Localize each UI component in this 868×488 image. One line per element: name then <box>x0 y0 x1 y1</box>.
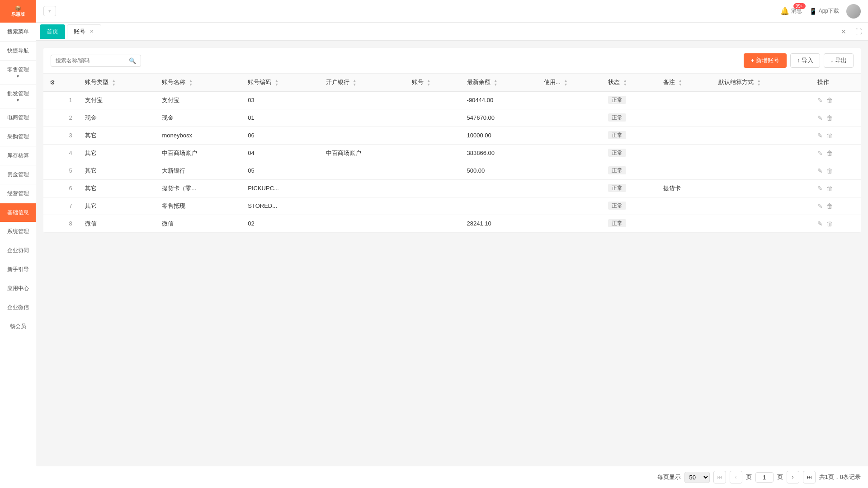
page-first-button[interactable]: ⏮ <box>713 471 726 483</box>
import-button[interactable]: ↑ 导入 <box>790 53 820 68</box>
add-account-button[interactable]: + 新增账号 <box>744 53 787 68</box>
sidebar-item-operations[interactable]: 经营管理 <box>0 184 36 203</box>
col-default-payment[interactable]: 默认结算方式 ▲▼ <box>713 74 812 91</box>
row-remark <box>658 109 713 127</box>
content-area: 🔍 + 新增账号 ↑ 导入 ↓ 导出 <box>36 41 868 466</box>
row-type: 其它 <box>80 127 156 144</box>
col-code[interactable]: 账号编码 ▲▼ <box>242 74 320 91</box>
sidebar-item-basic-info[interactable]: 基础信息 <box>0 203 36 222</box>
col-balance[interactable]: 最新余额 ▲▼ <box>462 74 538 91</box>
row-status: 正常 <box>603 127 658 144</box>
delete-icon[interactable]: 🗑 <box>826 185 833 192</box>
col-gear[interactable]: ⚙ <box>43 74 61 91</box>
sidebar-item-enterprise-wechat[interactable]: 企业微信 <box>0 298 36 317</box>
tab-close-button[interactable]: ✕ <box>88 28 94 35</box>
sidebar-item-member[interactable]: 畅会员 <box>0 317 36 336</box>
row-remark <box>658 91 713 109</box>
row-remark <box>658 127 713 144</box>
row-balance: 10000.00 <box>462 127 538 144</box>
col-account[interactable]: 账号 ▲▼ <box>406 74 462 91</box>
col-num <box>61 74 80 91</box>
delete-icon[interactable]: 🗑 <box>826 132 833 139</box>
row-remark <box>658 215 713 232</box>
delete-icon[interactable]: 🗑 <box>826 97 833 104</box>
col-remark[interactable]: 备注 ▲▼ <box>658 74 713 91</box>
delete-icon[interactable]: 🗑 <box>826 150 833 157</box>
accounts-table: ⚙ 账号类型 ▲▼ 账号名称 ▲▼ 账号编码 ▲▼ 开户银行 ▲▼ 账号 ▲▼ … <box>43 74 861 233</box>
col-usage[interactable]: 使用... ▲▼ <box>538 74 603 91</box>
tab-home[interactable]: 首页 <box>40 24 65 39</box>
row-actions: ✎ 🗑 <box>812 109 861 127</box>
col-name[interactable]: 账号名称 ▲▼ <box>156 74 242 91</box>
search-input[interactable] <box>56 57 126 64</box>
toolbar-right: + 新增账号 ↑ 导入 ↓ 导出 <box>744 53 854 68</box>
row-gear <box>43 109 61 127</box>
row-remark <box>658 162 713 179</box>
delete-icon[interactable]: 🗑 <box>826 220 833 227</box>
page-prev-button[interactable]: ‹ <box>730 471 742 483</box>
row-code: 03 <box>242 91 320 109</box>
row-gear <box>43 179 61 197</box>
row-name: 大新银行 <box>156 162 242 179</box>
row-usage <box>538 91 603 109</box>
row-remark <box>658 197 713 215</box>
bell-icon: 🔔 <box>780 7 789 15</box>
edit-icon[interactable]: ✎ <box>817 114 823 122</box>
page-input[interactable] <box>755 472 774 483</box>
sidebar-item-finance[interactable]: 资金管理 <box>0 165 36 184</box>
row-num: 3 <box>61 127 80 144</box>
page-next-button[interactable]: › <box>787 471 799 483</box>
edit-icon[interactable]: ✎ <box>817 202 823 210</box>
delete-icon[interactable]: 🗑 <box>826 114 833 122</box>
sidebar-item-retail[interactable]: 零售管理 ▾ <box>0 61 36 84</box>
row-bank <box>321 215 406 232</box>
page-of-label: 页 <box>777 473 783 481</box>
row-type: 其它 <box>80 179 156 197</box>
row-bank <box>321 91 406 109</box>
sidebar-item-search[interactable]: 搜索菜单 <box>0 23 36 42</box>
edit-icon[interactable]: ✎ <box>817 132 823 139</box>
col-status[interactable]: 状态 ▲▼ <box>603 74 658 91</box>
notification-button[interactable]: 🔔 消息 99+ <box>780 7 802 15</box>
edit-icon[interactable]: ✎ <box>817 167 823 174</box>
breadcrumb-dropdown[interactable]: ▾ <box>43 6 56 16</box>
per-page-select[interactable]: 50 100 <box>684 472 710 483</box>
app-download-button[interactable]: 📱 App下载 <box>809 7 839 15</box>
header-right: 🔔 消息 99+ 📱 App下载 <box>780 4 861 19</box>
delete-icon[interactable]: 🗑 <box>826 167 833 174</box>
edit-icon[interactable]: ✎ <box>817 150 823 157</box>
sidebar-item-cooperation[interactable]: 企业协同 <box>0 241 36 260</box>
row-usage <box>538 109 603 127</box>
row-usage <box>538 162 603 179</box>
close-tab-action[interactable]: ✕ <box>838 27 849 36</box>
sidebar-item-app-center[interactable]: 应用中心 <box>0 279 36 298</box>
sidebar-item-system[interactable]: 系统管理 <box>0 222 36 241</box>
sidebar-item-quicknav[interactable]: 快捷导航 <box>0 42 36 61</box>
row-gear <box>43 91 61 109</box>
col-type[interactable]: 账号类型 ▲▼ <box>80 74 156 91</box>
status-badge: 正常 <box>608 149 626 157</box>
sidebar-item-wholesale[interactable]: 批发管理 ▾ <box>0 84 36 108</box>
row-default-payment <box>713 162 812 179</box>
sidebar-item-ecommerce[interactable]: 电商管理 <box>0 108 36 127</box>
edit-icon[interactable]: ✎ <box>817 220 823 227</box>
export-button[interactable]: ↓ 导出 <box>824 53 854 68</box>
edit-icon[interactable]: ✎ <box>817 97 823 104</box>
tab-account[interactable]: 账号 ✕ <box>67 24 101 39</box>
sidebar-item-inventory[interactable]: 库存核算 <box>0 146 36 165</box>
row-num: 7 <box>61 197 80 215</box>
table-row: 8 微信 微信 02 28241.10 正常 ✎ 🗑 <box>43 215 861 232</box>
sidebar-item-guide[interactable]: 新手引导 <box>0 260 36 279</box>
delete-icon[interactable]: 🗑 <box>826 202 833 210</box>
col-bank[interactable]: 开户银行 ▲▼ <box>321 74 406 91</box>
sidebar-item-purchase[interactable]: 采购管理 <box>0 127 36 146</box>
table-row: 1 支付宝 支付宝 03 -90444.00 正常 ✎ 🗑 <box>43 91 861 109</box>
page-last-button[interactable]: ⏭ <box>803 471 816 483</box>
row-code: 01 <box>242 109 320 127</box>
export-icon: ↓ <box>830 57 833 64</box>
row-default-payment <box>713 109 812 127</box>
row-gear <box>43 215 61 232</box>
fullscreen-action[interactable]: ⛶ <box>853 27 864 36</box>
edit-icon[interactable]: ✎ <box>817 185 823 192</box>
user-avatar[interactable] <box>846 4 861 19</box>
